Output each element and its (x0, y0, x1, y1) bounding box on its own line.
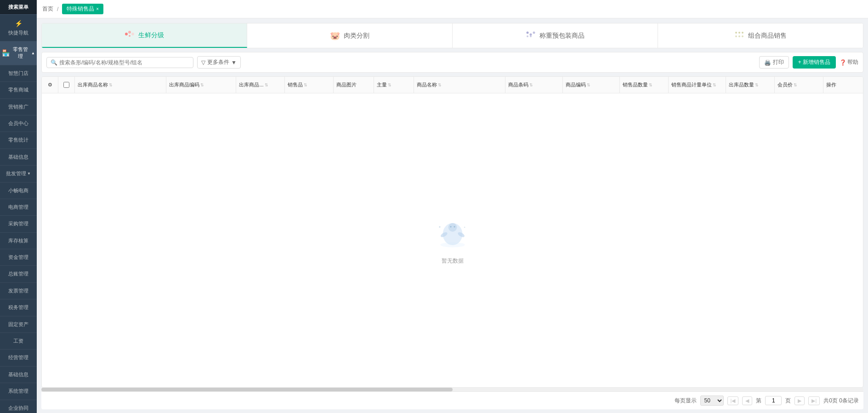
svg-point-5 (530, 34, 532, 36)
filter-icon: ▽ (201, 59, 205, 66)
filter-button[interactable]: ▽ 更多条件 ▼ (197, 56, 241, 69)
svg-point-18 (450, 226, 451, 227)
sidebar-item-basic-info[interactable]: 基础信息 (0, 149, 37, 166)
svg-point-14 (742, 35, 743, 37)
svg-point-4 (527, 32, 529, 34)
print-button[interactable]: 🖨️ 打印 (759, 56, 789, 69)
sidebar-item-marketing[interactable]: 营销推广 (0, 99, 37, 115)
th-sale-qty[interactable]: 销售品数量 ⇅ (620, 77, 669, 93)
th-checkbox[interactable] (58, 77, 75, 93)
svg-point-11 (742, 32, 743, 34)
th-member-price[interactable]: 会员价 ⇅ (775, 77, 823, 93)
svg-point-1 (128, 31, 131, 34)
sidebar: 搜索菜单 ⚡ 快捷导航 🏪 零售管理 ▲ 智慧门店 零售商城 营销推广 会员中心… (0, 0, 37, 413)
weight-pkg-icon (526, 30, 536, 41)
scroll-thumb[interactable] (41, 388, 453, 391)
print-label: 打印 (773, 58, 784, 66)
sort-icon: ⇅ (649, 83, 652, 87)
tab-weight-pkg[interactable]: 称重预包装商品 (453, 23, 658, 48)
svg-point-3 (129, 35, 130, 37)
sidebar-item-label: 固定资产 (8, 321, 28, 328)
tab-meat-cut[interactable]: 🐷 肉类分割 (247, 23, 453, 48)
sidebar-item-label: 资金管理 (8, 254, 28, 261)
svg-point-9 (735, 32, 737, 34)
th-out-goods-spec[interactable]: 出库商品... ⇅ (236, 77, 285, 93)
sort-icon: ⇅ (794, 83, 797, 87)
th-sale-unit[interactable]: 销售商品计量单位 ⇅ (669, 77, 726, 93)
sidebar-item-payroll[interactable]: 工资 (0, 333, 37, 350)
sort-icon: ⇅ (755, 83, 759, 87)
sidebar-item-label: 电商管理 (8, 204, 28, 211)
page-word: 第 (756, 397, 761, 405)
sidebar-item-ops-mgmt[interactable]: 经营管理 (0, 350, 37, 366)
sort-icon: ⇅ (529, 83, 533, 87)
sidebar-item-purchase-mgmt[interactable]: 采购管理 (0, 216, 37, 232)
sidebar-item-label: 工资 (13, 338, 23, 344)
th-goods-name[interactable]: 商品名称 ⇅ (414, 77, 505, 93)
sidebar-item-enterprise-agree[interactable]: 企业协同 (0, 400, 37, 413)
prev-page-button[interactable]: ◀ (742, 396, 752, 405)
new-sale-item-button[interactable]: + 新增销售品 (793, 56, 836, 69)
th-out-goods-name[interactable]: 出库商品名称 ⇅ (75, 77, 166, 93)
th-goods-code[interactable]: 商品编码 ⇅ (563, 77, 620, 93)
sidebar-logo[interactable]: 搜索菜单 (0, 0, 37, 15)
th-goods-barcode[interactable]: 商品条码 ⇅ (505, 77, 563, 93)
toolbar: 🔍 ▽ 更多条件 ▼ 🖨️ 打印 + 新增销售品 ❓ 帮助 (41, 52, 863, 73)
sidebar-item-retail-mall[interactable]: 零售商城 (0, 82, 37, 98)
per-page-select[interactable]: 50 10 20 100 (700, 396, 724, 406)
th-settings[interactable]: ⚙ (42, 77, 58, 93)
tab-label: 组合商品销售 (748, 32, 787, 40)
sidebar-item-mini-ecom[interactable]: 小畅电商 (0, 183, 37, 199)
quick-nav-icon: ⚡ (15, 19, 23, 29)
th-weight[interactable]: 主量 ⇅ (374, 77, 414, 93)
home-link[interactable]: 首页 (42, 5, 53, 13)
close-tab-icon[interactable]: × (96, 6, 99, 11)
sidebar-item-smart-store[interactable]: 智慧门店 (0, 65, 37, 82)
sort-icon: ⇅ (438, 83, 442, 87)
sidebar-item-wholesale-mgmt[interactable]: 批发管理 ▼ (0, 166, 37, 182)
tab-combo-sale[interactable]: 组合商品销售 (658, 23, 863, 48)
sidebar-item-label: 经营管理 (8, 354, 28, 361)
th-out-goods-code[interactable]: 出库商品编码 ⇅ (166, 77, 236, 93)
sidebar-item-label: 零售统计 (8, 137, 28, 143)
sidebar-item-label: 会员中心 (8, 120, 28, 127)
first-page-button[interactable]: |◀ (727, 396, 739, 405)
sidebar-item-retail-mgmt[interactable]: 🏪 零售管理 ▲ (0, 41, 37, 65)
sidebar-item-tax-mgmt[interactable]: 税务管理 (0, 299, 37, 316)
svg-point-13 (738, 35, 740, 37)
current-page-input[interactable] (765, 396, 782, 405)
help-icon: ❓ (840, 59, 846, 66)
sidebar-item-sys-mgmt[interactable]: 系统管理 (0, 383, 37, 400)
sidebar-item-basic-info2[interactable]: 基础信息 (0, 367, 37, 383)
last-page-button[interactable]: ▶| (808, 396, 820, 405)
search-box[interactable]: 🔍 (46, 57, 193, 68)
active-tab-tag[interactable]: 特殊销售品 × (62, 4, 103, 14)
sidebar-item-inventory[interactable]: 库存核算 (0, 233, 37, 249)
sidebar-item-label: 税务管理 (8, 304, 28, 311)
sidebar-item-member-center[interactable]: 会员中心 (0, 115, 37, 132)
page-content: 生鲜分级 🐷 肉类分割 称重预包装商品 (37, 18, 868, 413)
sidebar-item-fixed-assets[interactable]: 固定资产 (0, 316, 37, 333)
svg-point-19 (454, 226, 455, 227)
sidebar-item-invoice-mgmt[interactable]: 发票管理 (0, 283, 37, 299)
svg-point-6 (533, 32, 535, 34)
tab-fresh-grade[interactable]: 生鲜分级 (42, 23, 247, 48)
th-sale-goods[interactable]: 销售品 ⇅ (285, 77, 334, 93)
search-input[interactable] (59, 59, 189, 66)
sort-icon: ⇅ (587, 83, 590, 87)
next-page-button[interactable]: ▶ (794, 396, 805, 405)
empty-text: 暂无数据 (442, 257, 464, 265)
chevron-down-icon: ▲ (31, 51, 35, 56)
topbar: 首页 / 特殊销售品 × (37, 0, 868, 18)
sidebar-item-finance[interactable]: 资金管理 (0, 249, 37, 266)
sidebar-item-quick-nav[interactable]: ⚡ 快捷导航 (0, 15, 37, 41)
select-all-checkbox[interactable] (63, 82, 69, 88)
sidebar-item-ecom-mgmt[interactable]: 电商管理 (0, 199, 37, 216)
help-button[interactable]: ❓ 帮助 (840, 58, 858, 66)
sidebar-item-retail-stats[interactable]: 零售统计 (0, 132, 37, 149)
th-out-qty[interactable]: 出库品数量 ⇅ (726, 77, 775, 93)
tab-label: 称重预包装商品 (539, 32, 584, 40)
sidebar-item-general-ledger[interactable]: 总账管理 (0, 266, 37, 282)
horizontal-scrollbar[interactable] (41, 388, 863, 391)
sidebar-item-label: 企业协同 (8, 405, 28, 412)
